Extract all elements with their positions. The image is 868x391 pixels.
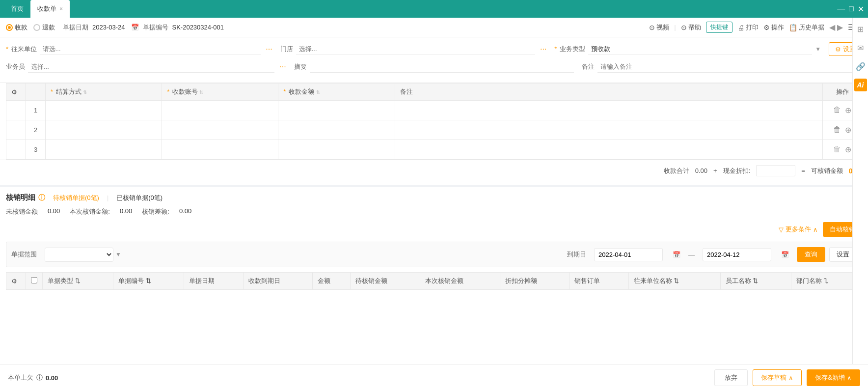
sidebar-table-icon[interactable]: ⊞ — [854, 23, 867, 35]
verify-section: 核销明细 ⓘ 待核销单据(0笔) | 已核销单据(0笔) 未核销金额 0.00 … — [0, 185, 868, 296]
row1-copy-icon[interactable]: ⊕ — [845, 106, 851, 115]
toolbar-right: ⊙ 视频 | ⊙ 帮助 快捷键 🖨 打印 ⚙ 操作 📋 历史单据 ◀ ▶ — [649, 22, 862, 33]
row2-remark[interactable] — [395, 120, 823, 140]
discount-input[interactable] — [756, 165, 795, 176]
shortcut-btn[interactable]: 快捷键 — [706, 22, 732, 33]
row2-settle[interactable] — [46, 120, 162, 140]
tab-home-label: 首页 — [11, 4, 24, 13]
biz-type-dropdown-icon[interactable]: ▼ — [815, 46, 821, 53]
minimize-btn[interactable]: — — [837, 4, 845, 14]
counterpart-input[interactable] — [40, 43, 261, 55]
doc-date-cal-icon[interactable]: 📅 — [131, 24, 139, 31]
staff-input[interactable] — [28, 61, 274, 73]
row3-account[interactable] — [162, 140, 278, 160]
date-from-input[interactable] — [594, 248, 663, 261]
staff-label: 业务员 — [6, 62, 25, 71]
bth-settings[interactable]: ⚙ — [6, 273, 26, 290]
summary-label: 摘要 — [294, 62, 307, 71]
done-tab-link[interactable]: 已核销单据(0笔) — [116, 194, 163, 202]
th-settings[interactable]: ⚙ — [6, 84, 26, 101]
staff-dots-btn[interactable]: ··· — [279, 62, 286, 71]
no-sort-icon[interactable]: ⇅ — [146, 277, 151, 284]
select-all-checkbox[interactable] — [31, 277, 37, 283]
due-date-label: 到期日 — [567, 250, 586, 259]
history-btn[interactable]: 📋 历史单据 — [789, 23, 824, 32]
bottom-table: ⚙ 单据类型 ⇅ 单据编号 ⇅ 单据日期 收款到期日 金额 待 — [6, 272, 862, 290]
row1-amount[interactable] — [278, 101, 395, 120]
verify-title: 核销明细 ⓘ — [6, 193, 45, 202]
table-footer: 收款合计 0.00 + 现金折扣: = 可核销金额 0.00 — [0, 160, 868, 181]
query-btn[interactable]: 查询 — [797, 247, 825, 262]
staff-sort-icon[interactable]: ⇅ — [753, 277, 758, 284]
verify-stats: 未核销金额 0.00 本次核销金额: 0.00 核销差额: 0.00 — [6, 207, 862, 216]
settle-sort-icon[interactable]: ⇅ — [83, 89, 87, 95]
bth-checkbox[interactable] — [26, 273, 43, 290]
date-from-cal-icon[interactable]: 📅 — [673, 251, 680, 258]
operations-btn[interactable]: ⚙ 操作 — [763, 23, 784, 32]
mode-collect-radio[interactable]: 收款 — [6, 23, 27, 32]
account-sort-icon[interactable]: ⇅ — [199, 89, 203, 95]
counterpart-dots-btn[interactable]: ··· — [266, 45, 272, 54]
summary-input[interactable] — [310, 61, 574, 73]
diff-label: 核销差额: — [142, 207, 169, 216]
range-label: 单据范围 — [11, 250, 37, 259]
type-sort-icon[interactable]: ⇅ — [75, 277, 81, 284]
row2-account[interactable] — [162, 120, 278, 140]
print-btn[interactable]: 🖨 打印 — [737, 23, 759, 32]
help-btn[interactable]: ⊙ 帮助 — [681, 23, 701, 32]
store-dots-btn[interactable]: ··· — [540, 45, 546, 54]
tab-receipt[interactable]: 收款单 × — [30, 0, 70, 18]
save-draft-btn[interactable]: 保存草稿 ∧ — [753, 369, 802, 386]
maximize-btn[interactable]: □ — [849, 4, 854, 14]
row3-settle[interactable] — [46, 140, 162, 160]
store-input[interactable] — [296, 43, 535, 55]
bth-date: 单据日期 — [184, 273, 243, 290]
save-new-btn[interactable]: 保存&新增 ∧ — [807, 369, 860, 386]
print-icon: 🖨 — [737, 24, 744, 31]
bth-current: 本次核销金额 — [420, 273, 500, 290]
row3-delete-icon[interactable]: 🗑 — [833, 145, 841, 154]
remarks-label: 备注 — [582, 62, 595, 71]
summary-field: 摘要 — [294, 61, 574, 73]
row1-account[interactable] — [162, 101, 278, 120]
row1-settle[interactable] — [46, 101, 162, 120]
sidebar-email-icon[interactable]: ✉ — [854, 41, 867, 54]
date-to-cal-icon[interactable]: 📅 — [781, 251, 789, 258]
th-row-num — [26, 84, 46, 101]
plus-sign: + — [713, 167, 717, 174]
dept-sort-icon[interactable]: ⇅ — [823, 277, 829, 284]
row2-amount[interactable] — [278, 120, 395, 140]
mode-refund-label: 退款 — [42, 23, 55, 32]
range-dropdown-icon[interactable]: ▼ — [115, 251, 121, 258]
sidebar-attachment-icon[interactable]: 🔗 — [854, 60, 867, 73]
refund-radio-dot — [33, 24, 40, 31]
sidebar-ai-icon[interactable]: Ai — [854, 79, 867, 91]
mode-refund-radio[interactable]: 退款 — [33, 23, 55, 32]
row1-delete-icon[interactable]: 🗑 — [833, 106, 841, 115]
mode-radio-group: 收款 退款 — [6, 23, 55, 32]
nav-arrows[interactable]: ◀ ▶ — [829, 23, 843, 32]
abandon-btn[interactable]: 放弃 — [714, 369, 748, 386]
range-select[interactable] — [45, 248, 113, 262]
remarks-input[interactable] — [597, 61, 862, 73]
counterpart-sort-icon[interactable]: ⇅ — [674, 277, 679, 284]
tab-close-icon[interactable]: × — [59, 5, 63, 12]
tab-home[interactable]: 首页 — [4, 0, 30, 18]
close-btn[interactable]: ✕ — [858, 4, 864, 14]
date-to-input[interactable] — [703, 248, 771, 261]
row2-copy-icon[interactable]: ⊕ — [845, 125, 851, 135]
row3-remark[interactable] — [395, 140, 823, 160]
more-conditions-btn[interactable]: ▽ 更多条件 ∧ — [779, 225, 818, 234]
amount-sort-icon[interactable]: ⇅ — [316, 89, 320, 95]
th-settle: 结算方式 ⇅ — [46, 84, 162, 101]
row3-copy-icon[interactable]: ⊕ — [845, 145, 851, 154]
help-icon: ⊙ — [681, 24, 687, 31]
row2-delete-icon[interactable]: 🗑 — [833, 125, 841, 135]
bottom-info-icon[interactable]: ⓘ — [36, 373, 43, 382]
verify-info-icon[interactable]: ⓘ — [38, 194, 45, 202]
row3-amount[interactable] — [278, 140, 395, 160]
video-btn[interactable]: ⊙ 视频 — [649, 23, 669, 32]
pending-tab-link[interactable]: 待核销单据(0笔) — [53, 194, 99, 202]
row1-remark[interactable] — [395, 101, 823, 120]
biz-type-input[interactable] — [588, 43, 812, 55]
